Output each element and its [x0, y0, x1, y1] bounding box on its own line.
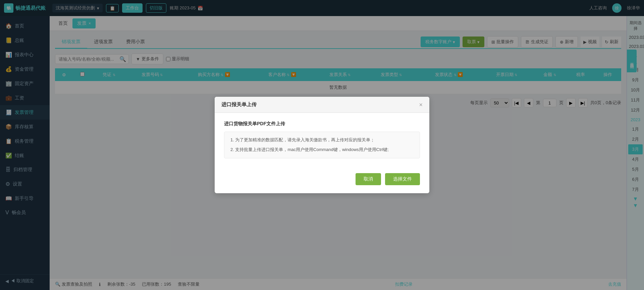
modal-overlay: 进口报关单上传 × 进口货物报关单PDF文件上传 1. 为了更加精准的数据匹配，…: [0, 0, 644, 290]
modal-instruction-2: 2. 支持批量上传进口报关单，mac用户使用Command键，windows用户…: [230, 146, 414, 153]
modal-instruction-1: 1. 为了更加精准的数据匹配，请先录入海关缴款书，再上传对应的报关单；: [230, 137, 414, 144]
modal-header: 进口报关单上传 ×: [215, 97, 429, 113]
modal-info-box: 1. 为了更加精准的数据匹配，请先录入海关缴款书，再上传对应的报关单； 2. 支…: [224, 132, 420, 158]
modal-cancel-button[interactable]: 取消: [356, 173, 381, 185]
modal-body: 进口货物报关单PDF文件上传 1. 为了更加精准的数据匹配，请先录入海关缴款书，…: [215, 113, 429, 173]
modal-confirm-button[interactable]: 选择文件: [385, 173, 420, 185]
import-modal: 进口报关单上传 × 进口货物报关单PDF文件上传 1. 为了更加精准的数据匹配，…: [215, 97, 429, 193]
modal-title: 进口报关单上传: [221, 101, 257, 108]
modal-section-title: 进口货物报关单PDF文件上传: [224, 121, 420, 127]
modal-close-btn[interactable]: ×: [419, 102, 423, 108]
modal-footer: 取消 选择文件: [215, 173, 429, 193]
